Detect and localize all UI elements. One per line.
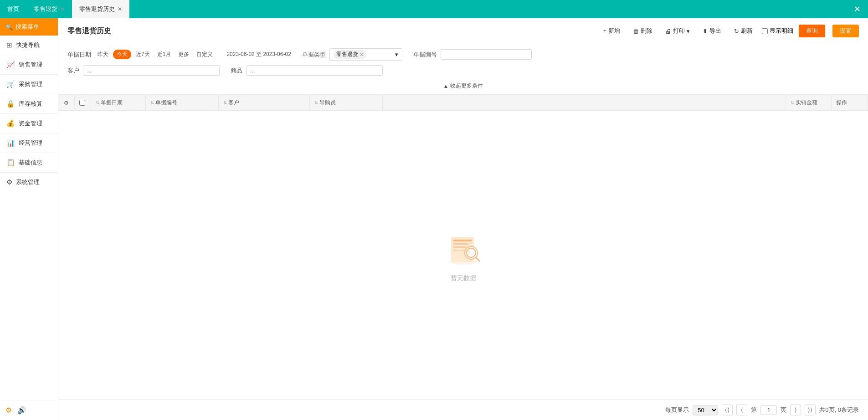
prev-page-button[interactable]: ⟨: [736, 405, 747, 415]
sort-icon-amount: ⇅: [791, 100, 794, 105]
goods-label: 商品: [231, 67, 242, 75]
table-header: ⚙ ⇅ 单据日期 ⇅ 单据编号 ⇅ 客户 ⇅: [58, 95, 868, 111]
sort-icon-customer: ⇅: [223, 100, 227, 105]
sidebar-search[interactable]: 🔍 搜索菜单: [0, 18, 58, 36]
delete-button[interactable]: 🗑 删除: [629, 25, 656, 37]
purchase-mgmt-icon: 🛒: [6, 80, 15, 88]
th-doc-no[interactable]: ⇅ 单据编号: [146, 95, 219, 110]
show-detail-checkbox[interactable]: [762, 28, 768, 34]
doc-type-tag: 零售退货 ✕: [334, 50, 367, 59]
basic-info-icon: 📋: [6, 159, 15, 167]
settings-bottom-icon[interactable]: ⚙: [5, 406, 12, 415]
svg-text:?: ?: [468, 251, 471, 256]
doc-type-tag-close[interactable]: ✕: [360, 51, 364, 58]
customer-input[interactable]: [83, 65, 220, 76]
svg-rect-4: [453, 246, 467, 248]
date-option-7days[interactable]: 近7天: [133, 50, 153, 59]
collapse-bar[interactable]: ▲ 收起更多条件: [67, 80, 859, 94]
filter-area: 单据日期 昨天 今天 近7天 近1月 更多 自定义 2023-06-02 至 2…: [67, 43, 859, 94]
tab-retail-return-history[interactable]: 零售退货历史 ✕: [72, 0, 129, 18]
new-button[interactable]: + 新增: [600, 25, 624, 37]
operations-icon: 📊: [6, 139, 15, 147]
sidebar: 🔍 搜索菜单 ⊞ 快捷导航 📈 销售管理 🛒 采购管理 🔒 库存核算 💰 资金管…: [0, 18, 58, 420]
doc-type-filter-group: 单据类型 零售退货 ✕ ▾: [302, 48, 402, 61]
doc-type-select[interactable]: 零售退货 ✕ ▾: [329, 48, 402, 61]
th-amount[interactable]: ⇅ 实销金额: [786, 95, 832, 110]
page-number-input[interactable]: [760, 405, 777, 415]
svg-rect-3: [453, 243, 469, 245]
refresh-button[interactable]: ↻ 刷新: [730, 25, 756, 37]
goods-filter-group: 商品: [231, 65, 383, 76]
sort-icon-doc-no: ⇅: [150, 100, 154, 105]
th-doc-date[interactable]: ⇅ 单据日期: [91, 95, 146, 110]
th-customer[interactable]: ⇅ 客户: [219, 95, 310, 110]
sales-mgmt-icon: 📈: [6, 61, 15, 69]
first-page-button[interactable]: ⟨⟨: [722, 405, 733, 415]
window-close-button[interactable]: ✕: [847, 4, 868, 14]
refresh-icon: ↻: [734, 28, 739, 35]
date-range-options: 昨天 今天 近7天 近1月 更多 自定义: [95, 50, 216, 59]
volume-icon[interactable]: 🔊: [17, 406, 26, 415]
show-detail-checkbox-label[interactable]: 显示明细: [762, 27, 793, 35]
date-range-value: 2023-06-02 至 2023-06-02: [226, 51, 291, 58]
sort-icon-doc-date: ⇅: [96, 100, 99, 105]
tab-home[interactable]: 首页: [0, 0, 26, 18]
empty-state: ? 暂无数据: [443, 228, 484, 282]
print-dropdown-icon: ▾: [687, 28, 690, 35]
empty-text: 暂无数据: [451, 274, 476, 282]
th-action: 操作: [832, 95, 868, 110]
quick-nav-icon: ⊞: [6, 41, 12, 49]
date-option-custom[interactable]: 自定义: [194, 50, 216, 59]
collapse-icon: ▲: [443, 83, 449, 89]
sidebar-item-operations[interactable]: 📊 经营管理: [0, 133, 58, 153]
date-range-value-group: 2023-06-02 至 2023-06-02: [226, 51, 291, 58]
date-option-yesterday[interactable]: 昨天: [95, 50, 111, 59]
main-layout: 🔍 搜索菜单 ⊞ 快捷导航 📈 销售管理 🛒 采购管理 🔒 库存核算 💰 资金管…: [0, 18, 868, 420]
svg-line-8: [476, 257, 479, 261]
th-spacer: [383, 95, 786, 110]
export-icon: ⬆: [703, 28, 708, 35]
tab-list: 首页 零售退货 ✕ 零售退货历史 ✕: [0, 0, 847, 18]
select-all-checkbox[interactable]: [79, 100, 85, 106]
date-option-1month[interactable]: 近1月: [154, 50, 174, 59]
page-size-select[interactable]: 10 20 50 100: [693, 405, 718, 415]
date-option-today[interactable]: 今天: [113, 50, 131, 59]
query-button[interactable]: 查询: [799, 25, 825, 37]
sidebar-item-purchase-mgmt[interactable]: 🛒 采购管理: [0, 75, 58, 94]
sidebar-item-sales-mgmt[interactable]: 📈 销售管理: [0, 55, 58, 75]
print-button[interactable]: 🖨 打印 ▾: [662, 25, 693, 37]
next-page-button[interactable]: ⟩: [790, 405, 801, 415]
goods-input[interactable]: [246, 65, 383, 76]
tab-retail-return[interactable]: 零售退货 ✕: [26, 0, 72, 18]
finance-icon: 💰: [6, 119, 15, 128]
last-page-button[interactable]: ⟩⟩: [805, 405, 816, 415]
date-option-more[interactable]: 更多: [175, 50, 192, 59]
gear-icon: ⚙: [64, 100, 69, 106]
empty-illustration: ?: [443, 228, 484, 269]
inventory-icon: 🔒: [6, 100, 15, 108]
svg-rect-2: [453, 240, 472, 241]
tab-retail-return-close[interactable]: ✕: [60, 6, 65, 12]
th-guide[interactable]: ⇅ 导购员: [310, 95, 383, 110]
table-body: ? 暂无数据: [58, 111, 868, 400]
sidebar-item-basic-info[interactable]: 📋 基础信息: [0, 153, 58, 173]
tab-retail-return-history-close[interactable]: ✕: [118, 6, 122, 12]
sidebar-item-sys-mgmt[interactable]: ⚙ 系统管理: [0, 173, 58, 192]
sidebar-item-inventory[interactable]: 🔒 库存核算: [0, 94, 58, 114]
doc-no-input[interactable]: [441, 49, 532, 60]
search-icon: 🔍: [5, 24, 13, 31]
sort-icon-guide: ⇅: [314, 100, 318, 105]
setting-button[interactable]: 设置: [832, 25, 859, 37]
table-container: ⚙ ⇅ 单据日期 ⇅ 单据编号 ⇅ 客户 ⇅: [58, 95, 868, 400]
customer-filter-group: 客户: [67, 65, 220, 76]
top-bar: 首页 零售退货 ✕ 零售退货历史 ✕ ✕: [0, 0, 868, 18]
sidebar-bottom: ⚙ 🔊: [0, 400, 58, 420]
sidebar-item-quick-nav[interactable]: ⊞ 快捷导航: [0, 36, 58, 55]
doc-type-dropdown-icon: ▾: [395, 51, 398, 58]
sidebar-item-finance[interactable]: 💰 资金管理: [0, 114, 58, 133]
th-gear[interactable]: ⚙: [58, 95, 75, 110]
export-button[interactable]: ⬆ 导出: [699, 25, 725, 37]
sys-mgmt-icon: ⚙: [6, 178, 12, 186]
customer-label: 客户: [67, 67, 79, 75]
page-title: 零售退货历史: [67, 26, 111, 36]
